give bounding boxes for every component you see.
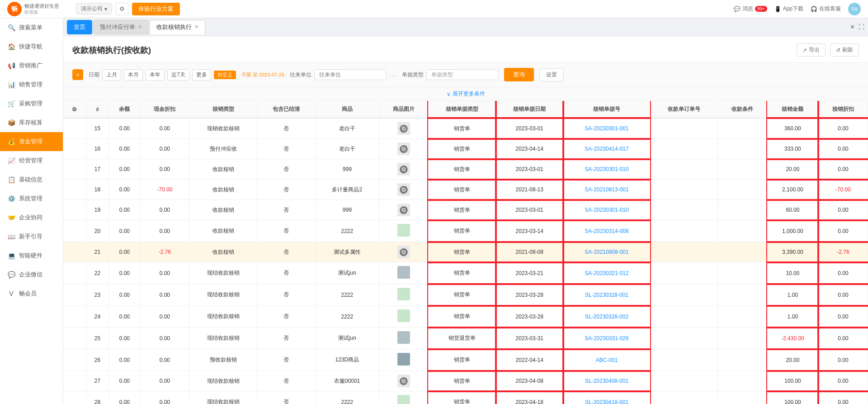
cell-cancel-discount: 0.00 [818, 284, 868, 306]
date-custom[interactable]: 自定义 [214, 71, 236, 79]
expand-more-button[interactable]: ∨ 展开更多条件 [447, 90, 485, 98]
filter-expand-button[interactable]: » [72, 69, 83, 80]
top-bar: 畅 畅捷通谱好生意 标准版 演示公司 ▾ ⚙ 休验行业方案 💬 消息 99+ 📱… [0, 0, 868, 18]
sidebar-item-hardware[interactable]: 💻 智能硬件 [0, 246, 63, 265]
sidebar-item-marketing[interactable]: 📢 营销推广 [0, 56, 63, 75]
cell-settings [63, 118, 86, 139]
tab-prepay[interactable]: 预付冲应付单 ✕ [93, 20, 149, 34]
cell-cancel-type: 现结收款核销 [189, 371, 257, 391]
cell-cancel-amount: 60.00 [767, 200, 819, 220]
online-service-nav[interactable]: 🎧 在线客服 [811, 5, 841, 13]
solution-button[interactable]: 休验行业方案 [132, 3, 180, 15]
cell-cancel-no[interactable]: SL-20230328-002 [563, 306, 650, 328]
refresh-button[interactable]: ↺ 刷新 [830, 43, 859, 57]
product-image [397, 331, 410, 344]
sidebar-item-search[interactable]: 🔍 搜索菜单 [0, 18, 63, 37]
tab-receipt-cancel[interactable]: 收款核销执行 ✕ [150, 20, 205, 34]
sidebar-item-member[interactable]: V 畅会员 [0, 284, 63, 303]
cell-cancel-amount: 1.00 [767, 306, 819, 328]
voucher-type-select[interactable]: 单据类型 [426, 69, 499, 80]
cell-cancel-no[interactable]: ABC-001 [563, 349, 650, 371]
cell-cancel-no[interactable]: SA-20230301-010 [563, 200, 650, 220]
export-button[interactable]: ↗ 导出 [797, 43, 826, 57]
cell-receipt-order-no [650, 159, 717, 180]
date-last-month[interactable]: 上月 [102, 69, 121, 81]
cell-cancel-no[interactable]: SA-20230331-026 [563, 328, 650, 349]
cell-cancel-voucher-type: 销货单 [428, 139, 495, 159]
cell-seq: 20 [86, 220, 109, 242]
cell-seq: 22 [86, 262, 109, 284]
sidebar-item-basic-info[interactable]: 📋 基础信息 [0, 170, 63, 189]
settings-icon[interactable]: ⚙ [116, 3, 128, 15]
cell-cancel-no[interactable]: SA-20210813-001 [563, 180, 650, 200]
cell-cancel-voucher-type: 销货单 [428, 242, 495, 262]
cell-balance: 0.00 [109, 328, 140, 349]
cell-balance: 0.00 [109, 242, 140, 262]
sidebar-item-operations[interactable]: 📈 经营管理 [0, 151, 63, 170]
cell-cancel-discount: 0.00 [818, 306, 868, 328]
cell-cancel-voucher-type: 销货退货单 [428, 328, 495, 349]
cell-seq: 27 [86, 371, 109, 391]
inventory-icon: 📦 [7, 119, 15, 127]
cell-cancel-no[interactable]: SL-20230418-001 [563, 391, 650, 404]
counterpart-input[interactable] [314, 69, 387, 80]
cell-cancel-no[interactable]: SA-20230301-010 [563, 159, 650, 180]
cell-cancel-type: 收款核销 [189, 200, 257, 220]
sidebar-item-shortcuts[interactable]: 🏠 快捷导航 [0, 37, 63, 56]
sidebar-item-wechat[interactable]: 💬 企业微信 [0, 265, 63, 284]
table-row: 27 0.00 0.00 现结收款核销 否 衣服00001 🔘 销货单 2023… [63, 371, 868, 391]
tab-close-receipt[interactable]: ✕ [194, 24, 198, 30]
query-button[interactable]: 查询 [504, 68, 534, 81]
maximize-icon[interactable]: ⛶ [859, 24, 864, 30]
cell-cancel-no[interactable]: SL-20230328-001 [563, 284, 650, 306]
cell-receipt-cond [717, 220, 767, 242]
cell-cancel-type: 收款核销 [189, 242, 257, 262]
cell-cancel-no[interactable]: SA-20230301-001 [563, 118, 650, 139]
tab-close-prepay[interactable]: ✕ [138, 24, 142, 30]
cell-goods-img [379, 262, 428, 284]
date-7days[interactable]: 近7天 [167, 69, 189, 81]
date-this-month[interactable]: 本月 [124, 69, 143, 81]
cell-cash-discount: 0.00 [140, 371, 189, 391]
cell-receipt-order-no [650, 306, 717, 328]
cell-goods-img [379, 328, 428, 349]
sidebar-item-inventory[interactable]: 📦 库存核算 [0, 113, 63, 132]
sidebar-item-guide[interactable]: 📖 新手引导 [0, 227, 63, 246]
cell-cancel-no[interactable]: SL-20230408-001 [563, 371, 650, 391]
cell-cancel-date: 2023-03-01 [496, 159, 563, 180]
cell-seq: 21 [86, 242, 109, 262]
message-nav[interactable]: 💬 消息 99+ [734, 5, 767, 13]
cell-cancel-no[interactable]: SA-20230321-012 [563, 262, 650, 284]
filter-settings-button[interactable]: 设置 [539, 68, 564, 81]
close-window-icon[interactable]: ✕ [850, 24, 855, 30]
sidebar-item-cooperation[interactable]: 🤝 企业协同 [0, 208, 63, 227]
avatar[interactable]: Rit [848, 3, 861, 15]
cell-cancel-no[interactable]: SA-20210808-001 [563, 242, 650, 262]
cell-cancel-date: 2021-08-13 [496, 180, 563, 200]
cell-cancel-amount: 20.00 [767, 159, 819, 180]
sidebar-item-purchase[interactable]: 🛒 采购管理 [0, 94, 63, 113]
filter-area: » 日期 上月 本月 本年 近7天 更多 自定义 不限 至 2023-07-26… [63, 62, 868, 87]
cell-cancel-discount: 0.00 [818, 328, 868, 349]
app-download-nav[interactable]: 📱 App下载 [774, 5, 803, 13]
sidebar-item-sales[interactable]: 📊 销售管理 [0, 75, 63, 94]
col-settings-header[interactable]: ⚙ [63, 101, 86, 118]
sidebar-item-finance[interactable]: 💰 资金管理 [0, 132, 63, 151]
cell-goods: 老白干 [316, 139, 379, 159]
col-goods-img-header: 商品图片 [379, 101, 428, 118]
company-selector[interactable]: 演示公司 ▾ [76, 3, 112, 14]
sidebar-item-system[interactable]: ⚙️ 系统管理 [0, 189, 63, 208]
cell-settled: 否 [257, 159, 315, 180]
date-more[interactable]: 更多 [192, 69, 211, 81]
cell-cancel-no[interactable]: SA-20230414-017 [563, 139, 650, 159]
cell-receipt-order-no [650, 284, 717, 306]
tab-home[interactable]: 首页 [67, 20, 92, 34]
cell-cancel-voucher-type: 销货单 [428, 220, 495, 242]
cell-cancel-amount: 333.00 [767, 139, 819, 159]
date-this-year[interactable]: 本年 [146, 69, 165, 81]
cell-cancel-no[interactable]: SA-20230314-008 [563, 220, 650, 242]
cell-cancel-amount: 10.00 [767, 262, 819, 284]
app-icon: 📱 [774, 6, 781, 12]
cell-receipt-order-no [650, 371, 717, 391]
product-image: 🔘 [397, 122, 410, 135]
